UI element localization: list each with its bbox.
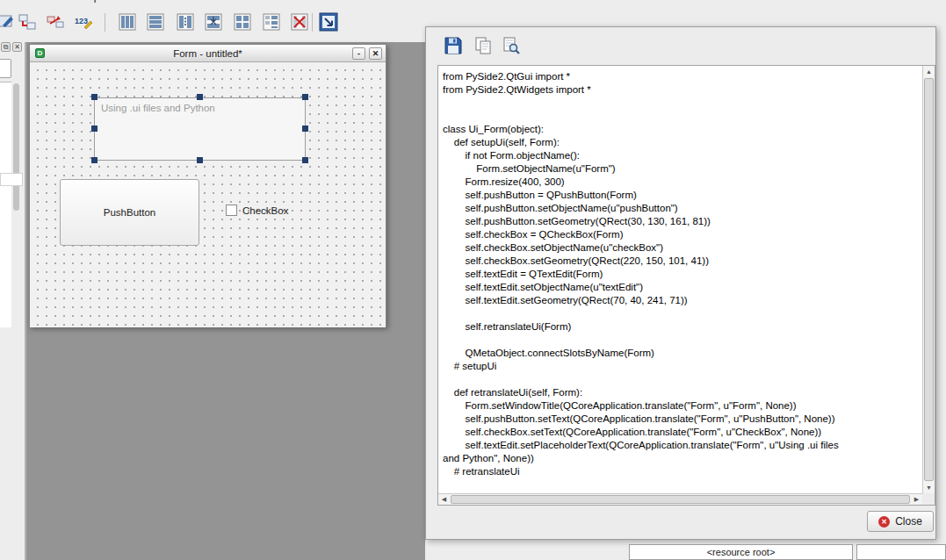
menu-help[interactable]: Help	[78, 0, 100, 3]
find-icon[interactable]	[500, 34, 523, 57]
edit-widgets-icon[interactable]	[0, 11, 18, 33]
form-designer-window[interactable]: D Form - untitled* - ✕ Using .ui files a…	[29, 44, 386, 327]
widgetbox-scrollbar-thumb[interactable]	[13, 83, 19, 211]
selection-handle-bottom-left[interactable]	[91, 157, 97, 163]
layout-horizontal-splitter-icon[interactable]	[174, 11, 197, 33]
form-close-button[interactable]: ✕	[369, 47, 382, 60]
layout-vertical-splitter-icon[interactable]	[202, 11, 225, 33]
selection-handle-top-left[interactable]	[91, 94, 97, 100]
adjust-size-icon[interactable]	[317, 11, 340, 33]
dock-float-button[interactable]: ⧉	[1, 42, 11, 52]
selection-handle-mid-left[interactable]	[91, 126, 97, 132]
pushbutton-widget[interactable]: PushButton	[60, 179, 199, 246]
checkbox-label: CheckBox	[242, 205, 288, 216]
save-icon[interactable]	[442, 34, 465, 57]
code-horizontal-scrollbar[interactable]: ◀ ▶	[438, 493, 922, 505]
toolbar-separator	[105, 13, 105, 32]
checkbox-widget[interactable]: CheckBox	[226, 205, 288, 216]
form-window-titlebar[interactable]: D Form - untitled* - ✕	[30, 45, 386, 62]
edit-buddies-icon[interactable]	[44, 11, 67, 33]
menu-window[interactable]: Window	[23, 0, 61, 3]
view-code-dialog: from PySide2.QtGui import * from PySide2…	[425, 26, 936, 540]
layout-vertical-icon[interactable]	[144, 11, 167, 33]
selection-handle-mid-right[interactable]	[302, 126, 308, 132]
scroll-right-arrow-icon[interactable]: ▶	[911, 494, 922, 505]
textedit-widget[interactable]: Using .ui files and Python	[94, 97, 306, 161]
selection-handle-top-right[interactable]	[302, 94, 308, 100]
selection-handle-top-center[interactable]	[197, 94, 203, 100]
checkbox-indicator[interactable]	[226, 205, 237, 216]
widgetbox-filter-input[interactable]	[0, 59, 11, 78]
widgetbox-item-fragment	[0, 173, 23, 186]
dock-close-button[interactable]: ✕	[12, 42, 22, 52]
textedit-placeholder: Using .ui files and Python	[95, 98, 305, 118]
resource-panel-fragment[interactable]	[856, 544, 946, 560]
code-vertical-scrollbar[interactable]: ▲ ▼	[922, 66, 935, 493]
copy-icon[interactable]	[472, 34, 495, 57]
widget-box-list[interactable]	[0, 82, 11, 327]
svg-text:123: 123	[75, 17, 88, 25]
close-dialog-button[interactable]: ✕ Close	[867, 511, 934, 532]
close-button-label: Close	[895, 515, 922, 528]
resource-root-item[interactable]: <resource root>	[629, 544, 853, 560]
layout-grid-icon[interactable]	[231, 11, 254, 33]
pushbutton-label: PushButton	[104, 207, 155, 218]
layout-horizontal-icon[interactable]	[116, 11, 139, 33]
selection-handle-bottom-center[interactable]	[197, 157, 203, 163]
form-minimize-button[interactable]: -	[352, 47, 365, 60]
form-canvas[interactable]: Using .ui files and Python PushButton Ch…	[30, 62, 386, 327]
break-layout-icon[interactable]	[288, 11, 311, 33]
widgetbox-scrollbar[interactable]	[12, 82, 20, 327]
qt-designer-app: Window Help 123 ⧉ ✕	[0, 0, 946, 560]
scroll-up-arrow-icon[interactable]: ▲	[923, 66, 935, 77]
edit-signals-slots-icon[interactable]	[16, 11, 39, 33]
scrollbar-corner	[922, 493, 935, 505]
code-hscroll-thumb[interactable]	[451, 495, 910, 504]
code-view[interactable]: from PySide2.QtGui import * from PySide2…	[437, 65, 935, 506]
layout-form-icon[interactable]	[260, 11, 283, 33]
form-window-title: Form - untitled*	[30, 48, 386, 59]
scroll-down-arrow-icon[interactable]: ▼	[923, 482, 935, 493]
close-red-icon: ✕	[878, 516, 890, 528]
selection-handle-bottom-right[interactable]	[302, 157, 308, 163]
toolbar-separator	[312, 13, 313, 32]
menubar: Window Help	[0, 0, 946, 8]
edit-tab-order-icon[interactable]: 123	[72, 11, 95, 33]
code-vscroll-thumb[interactable]	[924, 78, 934, 481]
form-window-icon: D	[35, 48, 45, 58]
scroll-left-arrow-icon[interactable]: ◀	[438, 494, 450, 505]
generated-code[interactable]: from PySide2.QtGui import * from PySide2…	[443, 70, 920, 491]
